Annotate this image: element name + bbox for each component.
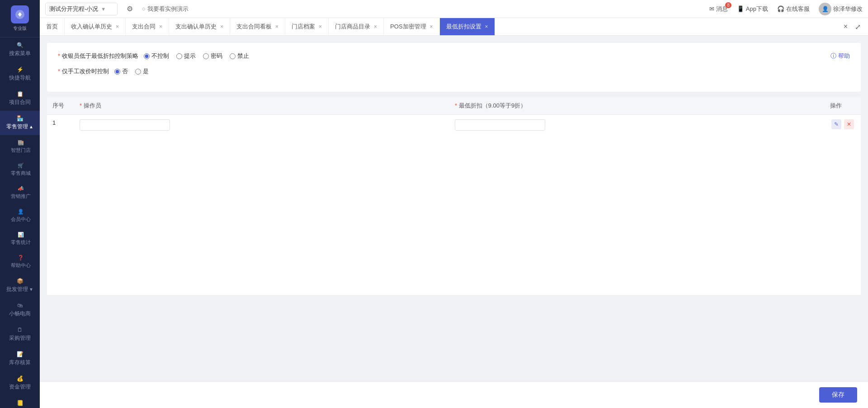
tab-pos-encrypt-close-icon[interactable]: × [430,23,433,30]
sidebar-item-inventory[interactable]: 📝 库存核算 [0,347,40,371]
sidebar-item-retail-mgmt[interactable]: 🏪 零售管理 ▲ [0,111,40,135]
strategy-no-control[interactable]: 不控制 [144,52,169,60]
tab-min-discount[interactable]: 最低折扣设置 × [440,18,495,35]
strategy-password-radio[interactable] [203,53,209,59]
sidebar-item-marketing[interactable]: 📣 营销推广 [0,181,40,204]
tab-payment-contract[interactable]: 支出合同 × [126,18,169,35]
tab-income-history-close-icon[interactable]: × [116,23,119,30]
manual-no-radio[interactable] [114,69,120,75]
sidebar-item-project-label: 项目合同 [9,98,31,106]
ecommerce-icon: 🛍 [17,302,23,309]
tab-store-file-close-icon[interactable]: × [319,23,322,30]
tab-min-discount-label: 最低折扣设置 [446,23,481,31]
ledger-icon: 📒 [17,400,24,406]
app-download-btn[interactable]: 📱 App下载 [737,5,768,13]
cell-action-1: ✎ ✕ [825,115,861,295]
tab-store-catalog[interactable]: 门店商品目录 × [329,18,384,35]
sidebar-item-retail-stat[interactable]: 📊 零售统计 [0,227,40,250]
cell-min-discount-1[interactable] [449,115,825,295]
tab-store-file[interactable]: 门店档案 × [285,18,329,35]
project-selector[interactable]: 测试分开完程-小况 ▼ [45,3,118,15]
sidebar-item-smart-store[interactable]: 🏬 智慧门店 [0,135,40,158]
sidebar-item-project[interactable]: 📋 项目合同 [0,86,40,111]
wholesale-icon: 📦 [17,278,24,284]
avatar: 👤 [819,3,831,15]
manual-yes-radio[interactable] [135,69,141,75]
sidebar-item-ecommerce-label: 小畅电商 [9,310,31,318]
strategy-forbid-label: 禁止 [237,52,249,60]
top-header: 测试分开完程-小况 ▼ ⚙ ○ 我要看实例演示 ✉ 消息 8 📱 App下载 🎧… [40,0,868,18]
help-btn[interactable]: ⓘ 帮助 [830,52,850,60]
sidebar-item-shortcut-label: 快捷导航 [9,74,31,82]
inventory-icon: 📝 [17,351,24,357]
sidebar-item-help-label: 帮助中心 [11,262,31,269]
strategy-forbid[interactable]: 禁止 [230,52,249,60]
tab-home-label: 首页 [46,23,58,31]
strategy-forbid-radio[interactable] [230,53,236,59]
operator-input-1[interactable] [80,119,170,131]
tab-close-all-icon[interactable]: × [842,22,849,32]
tab-payment-confirm-history-close-icon[interactable]: × [220,23,223,30]
tab-income-history[interactable]: 收入确认单历史 × [65,18,126,35]
tab-payment-contract-board-close-icon[interactable]: × [275,23,278,30]
tab-payment-contract-board[interactable]: 支出合同看板 × [230,18,285,35]
sidebar-item-ledger[interactable]: 📒 总账管理 [0,395,40,408]
table-row: 1 ✎ ✕ [47,115,861,295]
sidebar-item-finance[interactable]: 💰 资金管理 [0,371,40,395]
sidebar-item-retail-label: 零售管理 ▲ [6,123,33,131]
save-button[interactable]: 保存 [819,387,857,403]
strategy-remind[interactable]: 提示 [176,52,196,60]
sidebar-item-wholesale-label: 批发管理 ▼ [6,286,33,293]
manual-yes[interactable]: 是 [135,67,149,75]
retail-mgmt-icon: 🏪 [17,115,24,122]
user-profile-btn[interactable]: 👤 徐泽华修改 [819,3,863,15]
sidebar-item-wholesale[interactable]: 📦 批发管理 ▼ [0,273,40,298]
sidebar: 专业版 🔍 搜索菜单 ⚡ 快捷导航 📋 项目合同 🏪 零售管理 ▲ 🏬 智慧门店… [0,0,40,408]
tab-home[interactable]: 首页 [40,18,65,35]
strategy-row: 收银员低于最低折扣控制策略 不控制 提示 密码 [58,52,850,60]
sidebar-item-shortcut[interactable]: ⚡ 快捷导航 [0,62,40,86]
retail-stat-icon: 📊 [18,232,24,238]
strategy-no-control-radio[interactable] [144,53,150,59]
sidebar-item-member[interactable]: 👤 会员中心 [0,204,40,227]
strategy-remind-radio[interactable] [176,53,182,59]
sidebar-item-purchase[interactable]: 🗒 采购管理 [0,322,40,347]
retail-mall-icon: 🛒 [18,163,24,169]
demo-link-icon: ○ [142,5,146,12]
topbar-settings-icon[interactable]: ⚙ [125,3,135,15]
tab-pos-encrypt[interactable]: POS加密管理 × [384,18,439,35]
sidebar-item-smart-store-label: 智慧门店 [11,147,31,154]
table-header-row: 序号 * 操作员 * 最低折扣（9.00等于9折） 操作 [47,97,861,115]
edit-btn-1[interactable]: ✎ [831,119,841,129]
manual-no[interactable]: 否 [114,67,128,75]
manual-radio-group: 否 是 [114,67,149,75]
chevron-up-icon: ▲ [29,124,33,129]
search-icon: 🔍 [17,42,24,48]
col-header-min-discount: * 最低折扣（9.00等于9折） [449,97,825,115]
username-label: 徐泽华修改 [833,5,863,13]
online-support-label: 在线客服 [786,5,810,13]
tab-bar-actions: × ⤢ [836,22,868,32]
data-table: 序号 * 操作员 * 最低折扣（9.00等于9折） 操作 1 [47,97,861,295]
cell-operator-1[interactable] [74,115,449,295]
tab-payment-confirm-history[interactable]: 支出确认单历史 × [169,18,230,35]
message-btn[interactable]: ✉ 消息 8 [709,5,728,13]
tab-store-catalog-close-icon[interactable]: × [374,23,377,30]
sidebar-item-ecommerce[interactable]: 🛍 小畅电商 [0,298,40,322]
sidebar-item-help[interactable]: ❓ 帮助中心 [0,250,40,273]
tab-store-catalog-label: 门店商品目录 [335,23,370,31]
message-icon: ✉ [709,5,714,12]
strategy-password[interactable]: 密码 [203,52,222,60]
sidebar-item-finance-label: 资金管理 [9,383,31,391]
online-support-btn[interactable]: 🎧 在线客服 [777,5,810,13]
project-name: 测试分开完程-小况 [49,5,98,13]
tab-payment-contract-close-icon[interactable]: × [159,23,162,30]
sidebar-item-retail-mall[interactable]: 🛒 零售商城 [0,158,40,181]
delete-btn-1[interactable]: ✕ [844,119,854,129]
tab-expand-icon[interactable]: ⤢ [853,22,863,32]
min-discount-input-1[interactable] [455,119,545,131]
strategy-password-label: 密码 [211,52,222,60]
demo-link[interactable]: ○ 我要看实例演示 [142,5,189,13]
sidebar-item-search[interactable]: 🔍 搜索菜单 [0,38,40,62]
tab-min-discount-close-icon[interactable]: × [485,23,488,30]
